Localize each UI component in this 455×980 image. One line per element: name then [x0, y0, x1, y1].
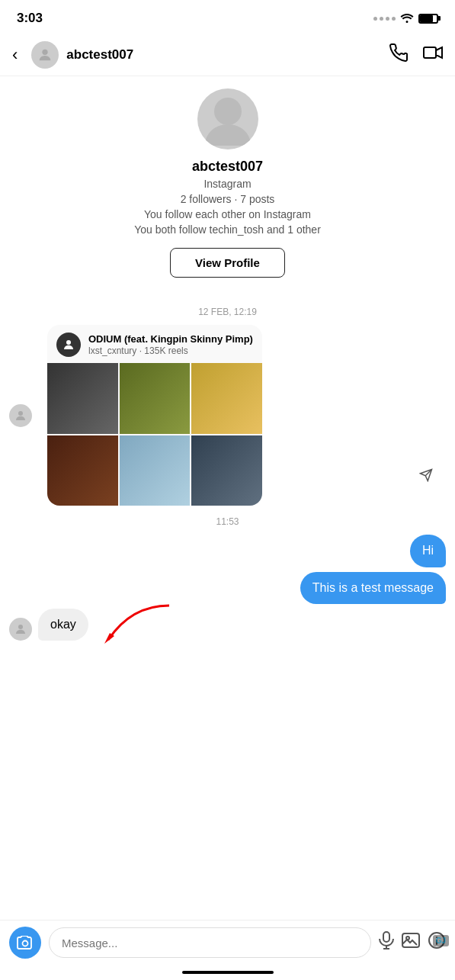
svg-point-3: [214, 98, 242, 125]
sender-avatar-reel: [9, 404, 32, 427]
svg-point-10: [23, 941, 28, 946]
status-icons: [373, 12, 438, 25]
chat-area: 12 FEB, 12:19 ODIUM (feat. Kingpin Skinn…: [0, 307, 455, 723]
red-arrow-indicator: [85, 598, 184, 654]
msg-okay-row: okay: [9, 609, 446, 641]
profile-platform: Instagram: [203, 178, 251, 190]
image-icon[interactable]: [402, 932, 420, 953]
message-input[interactable]: [49, 927, 371, 958]
svg-rect-11: [383, 932, 389, 942]
signal-icon: [373, 17, 396, 21]
svg-point-5: [66, 340, 71, 345]
status-bar: 3:03: [0, 0, 455, 34]
reel-subtitle: lxst_cxntury · 135K reels: [88, 345, 253, 356]
reel-cell-6: [191, 435, 262, 506]
msg-test-bubble: This is a test message: [300, 572, 446, 604]
svg-point-4: [18, 411, 23, 416]
microphone-icon[interactable]: [379, 931, 394, 954]
sender-avatar-okay: [9, 618, 32, 641]
reel-card[interactable]: ODIUM (feat. Kingpin Skinny Pimp) lxst_c…: [47, 325, 262, 506]
profile-follow-status: You follow each other on Instagram: [144, 208, 311, 220]
msg-okay-bubble: okay: [38, 609, 88, 641]
reel-info: ODIUM (feat. Kingpin Skinny Pimp) lxst_c…: [88, 333, 253, 357]
timestamp-2: 11:53: [9, 516, 446, 527]
reel-header: ODIUM (feat. Kingpin Skinny Pimp) lxst_c…: [47, 325, 262, 363]
battery-icon: [418, 14, 438, 24]
header-username[interactable]: abctest007: [66, 47, 382, 63]
profile-section: abctest007 Instagram 2 followers · 7 pos…: [0, 76, 455, 296]
msg-test-row: This is a test message: [9, 572, 446, 604]
send-reel-button[interactable]: [412, 461, 440, 489]
call-icon[interactable]: [389, 43, 408, 66]
camera-button[interactable]: [9, 927, 41, 959]
reel-cell-2: [120, 363, 191, 434]
svg-rect-1: [424, 47, 436, 58]
reel-message-row: ODIUM (feat. Kingpin Skinny Pimp) lxst_c…: [9, 325, 446, 506]
header-avatar: [31, 41, 59, 69]
reel-grid: [47, 363, 262, 506]
wifi-icon: [400, 12, 414, 25]
reel-title: ODIUM (feat. Kingpin Skinny Pimp): [88, 333, 253, 346]
reel-avatar: [56, 333, 81, 357]
msg-hi-row: Hi: [9, 535, 446, 567]
status-time: 3:03: [17, 11, 43, 26]
profile-avatar: [197, 88, 258, 149]
msg-hi-bubble: Hi: [410, 535, 446, 567]
home-indicator: [182, 971, 274, 974]
svg-point-0: [43, 49, 48, 54]
header-actions: [389, 43, 443, 66]
reel-cell-1: [47, 363, 118, 434]
svg-marker-2: [436, 47, 442, 58]
reel-cell-4: [47, 435, 118, 506]
profile-stats: 2 followers · 7 posts: [181, 193, 275, 205]
svg-point-8: [18, 625, 23, 629]
reel-cell-3: [191, 363, 262, 434]
watermark: GJ: [433, 935, 449, 946]
reel-cell-5: [120, 435, 191, 506]
profile-mutual-follow: You both follow techin_tosh and 1 other: [134, 223, 321, 236]
profile-username: abctest007: [192, 159, 263, 175]
timestamp-1: 12 FEB, 12:19: [9, 307, 446, 317]
view-profile-button[interactable]: View Profile: [170, 248, 285, 278]
video-icon[interactable]: [423, 43, 443, 66]
back-button[interactable]: ‹: [12, 42, 24, 68]
svg-rect-14: [402, 933, 419, 947]
chat-header: ‹ abctest007: [0, 34, 455, 76]
